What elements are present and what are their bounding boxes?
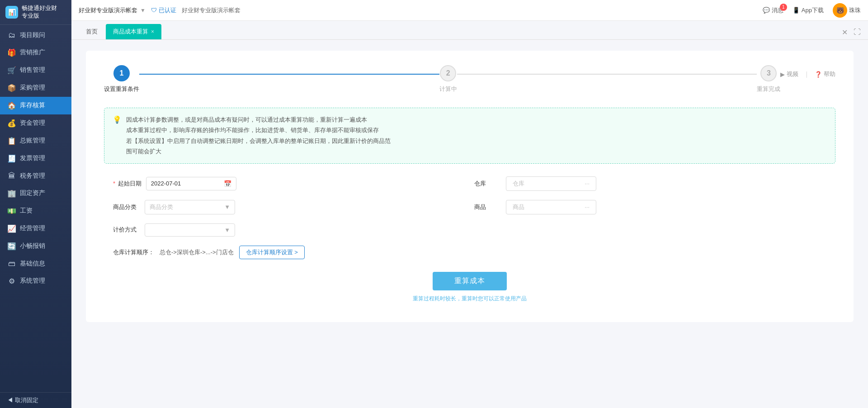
goods-placeholder: 商品: [513, 203, 524, 211]
app-download-button[interactable]: 📱 App下载: [793, 6, 824, 14]
start-date-input[interactable]: 2022-07-01 📅: [146, 177, 236, 190]
calendar-icon: 📅: [224, 180, 231, 187]
purchase-icon: 📦: [7, 84, 16, 92]
warehouse-order-setting-button[interactable]: 仓库计算顺序设置 >: [239, 246, 305, 259]
recalculate-button[interactable]: 重算成本: [433, 272, 507, 290]
notice-content: 因成本计算参数调整，或是对商品成本有疑问时，可以通过成本重算功能，重新计算一遍成…: [126, 114, 391, 157]
close-window-button[interactable]: ✕: [839, 27, 850, 38]
sidebar-item-project[interactable]: 🗂项目顾问: [0, 27, 71, 44]
tab-cost-recalc[interactable]: 商品成本重算 ×: [106, 24, 161, 39]
sidebar-item-tax[interactable]: 🏛税务管理: [0, 167, 71, 185]
sidebar-item-inventory[interactable]: 🏠库存核算: [0, 97, 71, 114]
expense-icon: 🔄: [7, 242, 16, 251]
dropdown-icon: ▼: [224, 204, 230, 210]
warehouse-order-label: 仓库计算顺序：: [113, 248, 154, 256]
step-2-circle: 2: [440, 65, 456, 81]
pricing-dropdown-icon: ▼: [224, 227, 230, 233]
sidebar-item-salary[interactable]: 💵工资: [0, 202, 71, 220]
chevron-down-icon: ▼: [140, 7, 146, 14]
warehouse-input[interactable]: 仓库 ···: [506, 176, 596, 191]
sidebar-item-sales[interactable]: 🛒销售管理: [0, 62, 71, 79]
topbar-actions: 💬 消息 1 📱 App下载 🐻 珠珠: [763, 3, 861, 18]
sidebar-item-invoice[interactable]: 🧾发票管理: [0, 150, 71, 167]
warehouse-order-row: 仓库计算顺序： 总仓->深圳仓库->...->门店仓 仓库计算顺序设置 >: [113, 246, 826, 259]
sidebar-item-basic[interactable]: 🗃基础信息: [0, 255, 71, 272]
project-icon: 🗂: [7, 31, 16, 39]
sidebar-item-system[interactable]: ⚙系统管理: [0, 272, 71, 290]
step-1-circle: 1: [113, 65, 130, 81]
shield-icon: 🛡: [151, 7, 157, 14]
tabbar-controls: ✕ ⛶: [834, 27, 868, 39]
tab-home[interactable]: 首页: [79, 24, 105, 39]
sidebar-unpin-button[interactable]: ◀ 取消固定: [0, 392, 71, 408]
pricing-label: 计价方式: [113, 226, 140, 234]
start-date-group: * 起始日期 2022-07-01 📅: [113, 177, 465, 190]
accounting-icon: 📋: [7, 137, 16, 145]
pricing-select[interactable]: ▼: [145, 223, 235, 237]
submit-hint: 重算过程耗时较长，重算时您可以正常使用产品: [413, 295, 527, 303]
account-selector[interactable]: 好业财专业版演示帐套 ▼: [79, 6, 146, 14]
sidebar-item-label: 小畅报销: [20, 242, 45, 250]
sidebar-logo[interactable]: 📊 畅捷通好业财 专业版: [0, 0, 71, 25]
sidebar-item-label: 税务管理: [20, 172, 45, 180]
sidebar-item-label: 基础信息: [20, 260, 45, 268]
form-row-1: * 起始日期 2022-07-01 📅 仓库 仓库 ··: [113, 176, 826, 191]
invoice-icon: 🧾: [7, 154, 16, 163]
warning-icon: 💡: [113, 115, 122, 157]
sidebar-item-marketing[interactable]: 🎁营销推广: [0, 44, 71, 62]
basic-icon: 🗃: [7, 260, 16, 268]
operation-icon: 📈: [7, 224, 16, 233]
form-section: * 起始日期 2022-07-01 📅 仓库 仓库 ··: [104, 176, 835, 259]
goods-label: 商品: [474, 203, 501, 211]
tab-close-icon[interactable]: ×: [151, 28, 154, 35]
step-3: 3 重算完成: [757, 65, 780, 93]
expand-window-button[interactable]: ⛶: [852, 27, 863, 38]
user-avatar-button[interactable]: 🐻 珠珠: [833, 3, 861, 18]
video-button[interactable]: ▶ 视频: [780, 70, 798, 78]
step-1: 1 设置重算条件: [104, 65, 139, 93]
warehouse-placeholder: 仓库: [513, 180, 524, 188]
main-content: 好业财专业版演示帐套 ▼ 🛡 已认证 好业财专业版演示帐套 💬 消息 1 📱 A…: [71, 0, 868, 408]
account-display-name: 好业财专业版演示帐套: [182, 6, 241, 14]
salary-icon: 💵: [7, 207, 16, 215]
play-icon: ▶: [780, 71, 785, 78]
step-actions: ▶ 视频 | ❓ 帮助: [780, 70, 835, 88]
form-row-2: 商品分类 商品分类 ▼ 商品 商品 ···: [113, 200, 826, 214]
sidebar-item-operation[interactable]: 📈经营管理: [0, 220, 71, 237]
category-group: 商品分类 商品分类 ▼: [113, 200, 465, 214]
system-icon: ⚙: [7, 277, 16, 285]
sidebar-item-purchase[interactable]: 📦采购管理: [0, 79, 71, 97]
message-button[interactable]: 💬 消息 1: [763, 6, 783, 14]
start-date-value: 2022-07-01: [151, 180, 220, 187]
help-icon: ❓: [815, 71, 822, 78]
submit-section: 重算成本 重算过程耗时较长，重算时您可以正常使用产品: [104, 272, 835, 303]
category-select[interactable]: 商品分类 ▼: [145, 200, 235, 214]
account-name: 好业财专业版演示帐套: [79, 6, 137, 14]
sidebar-nav: 🗂项目顾问🎁营销推广🛒销售管理📦采购管理🏠库存核算💰资金管理📋总账管理🧾发票管理…: [0, 25, 71, 392]
step-3-circle: 3: [760, 65, 777, 81]
step-2-label: 计算中: [439, 85, 457, 93]
sidebar-item-label: 项目顾问: [20, 31, 45, 39]
app-edition: 专业版: [22, 12, 57, 20]
sidebar-item-accounting[interactable]: 📋总账管理: [0, 132, 71, 150]
app-logo-icon: 📊: [5, 6, 18, 19]
inventory-icon: 🏠: [7, 101, 16, 110]
avatar: 🐻: [833, 3, 847, 18]
warehouse-label: 仓库: [474, 180, 501, 188]
topbar: 好业财专业版演示帐套 ▼ 🛡 已认证 好业财专业版演示帐套 💬 消息 1 📱 A…: [71, 0, 868, 21]
message-badge: 1: [780, 4, 787, 11]
sidebar: 📊 畅捷通好业财 专业版 🗂项目顾问🎁营销推广🛒销售管理📦采购管理🏠库存核算💰资…: [0, 0, 71, 408]
goods-input[interactable]: 商品 ···: [506, 200, 596, 214]
sidebar-item-label: 经营管理: [20, 224, 45, 232]
category-placeholder: 商品分类: [150, 203, 224, 211]
app-name: 畅捷通好业财: [22, 5, 57, 12]
help-button[interactable]: ❓ 帮助: [815, 70, 835, 78]
sidebar-item-finance[interactable]: 💰资金管理: [0, 114, 71, 132]
step-line-2: [457, 74, 757, 75]
sidebar-item-label: 系统管理: [20, 277, 45, 285]
sidebar-item-label: 库存核算: [20, 101, 45, 109]
sidebar-item-assets[interactable]: 🏢固定资产: [0, 185, 71, 202]
ellipsis-icon: ···: [585, 180, 590, 187]
sidebar-item-expense[interactable]: 🔄小畅报销: [0, 237, 71, 255]
category-label: 商品分类: [113, 203, 140, 211]
